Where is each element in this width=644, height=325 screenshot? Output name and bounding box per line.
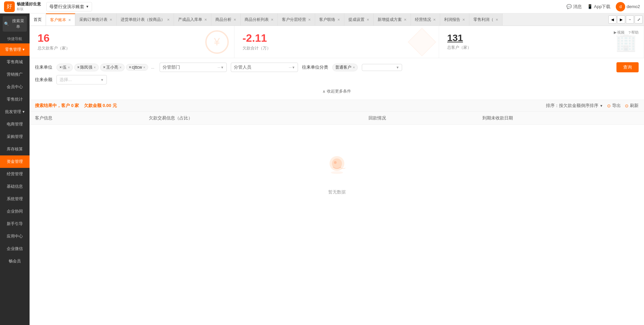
sidebar-item-wholesale[interactable]: 批发管理 ▾	[0, 106, 30, 118]
sidebar-item-marketing[interactable]: 营销推广	[0, 68, 30, 81]
tab-purchase-order[interactable]: 采购订单统计表 ✕	[75, 13, 117, 26]
app-download-button[interactable]: 📱 App下载	[587, 4, 610, 10]
sidebar-item-retail-mall[interactable]: 零售商城	[0, 56, 30, 68]
tab-home[interactable]: 首页	[30, 13, 46, 26]
stats-section: ¥ 16 总欠款客户（家） -2.11 欠款合计（万）	[30, 26, 644, 58]
tab-close-contact[interactable]: ✕	[337, 18, 340, 22]
tab-close-retail[interactable]: ✕	[496, 18, 498, 22]
tab-retail-profit[interactable]: 零售利润（ ✕	[469, 13, 503, 26]
export-button[interactable]: ⊙ 导出	[607, 103, 621, 109]
sidebar-quick-nav[interactable]: 快捷导航	[0, 34, 30, 43]
empty-state: 暂无数据	[30, 125, 644, 222]
remove-tag-normal[interactable]: ×	[353, 66, 355, 69]
filter-tag-wu[interactable]: × 伍 ×	[56, 64, 73, 71]
category-dropdown[interactable]: ▼	[362, 64, 402, 71]
chevron-up-icon: ∧	[323, 89, 326, 94]
chevron-down-icon: ▼	[86, 5, 89, 8]
filter-tag-cjttcw[interactable]: × cjttcw ×	[126, 64, 148, 71]
sidebar-item-retail-mgmt[interactable]: 零售管理 ▾	[0, 43, 30, 56]
video-help-button[interactable]: ▶ 视频	[614, 30, 625, 35]
industry-selector[interactable]: 母婴行业演示账套 ▼	[46, 2, 92, 11]
tab-close-raise[interactable]: ✕	[367, 18, 369, 22]
tab-close-goods[interactable]: ✕	[233, 18, 236, 22]
data-table-container: 客户信息 欠款交易信息（占比） 回款情况 到期未收款日期	[30, 112, 644, 125]
sidebar-item-system[interactable]: 系统管理	[0, 193, 30, 205]
balance-filter[interactable]: 选择... ▼	[56, 75, 107, 84]
top-bar: 好 畅捷通好生意 标版 母婴行业演示账套 ▼ 💬 消息 📱 App下载 d de…	[0, 0, 644, 13]
tab-customer-contact[interactable]: 客户联络 ✕	[315, 13, 344, 26]
sidebar-item-purchase[interactable]: 采购管理	[0, 131, 30, 143]
tab-close-operation[interactable]: ✕	[433, 18, 436, 22]
col-overdue-info: 欠款交易信息（占比）	[143, 112, 363, 125]
tab-goods-list[interactable]: 商品分析列表 ✕	[241, 13, 278, 26]
tab-close-goods-list[interactable]: ✕	[271, 18, 273, 22]
tab-close-new-raise[interactable]: ✕	[404, 18, 406, 22]
logo-subtitle: 标版	[17, 7, 41, 11]
unit-filter-label: 往来单位	[35, 64, 52, 70]
sidebar-item-enterprise-collab[interactable]: 企业协同	[0, 205, 30, 218]
remove-tag-wu[interactable]: ×	[68, 66, 70, 69]
sidebar-item-operation[interactable]: 经营管理	[0, 168, 30, 180]
unit-filter-tags: × 伍 × × 陈民强 × × 王小亮	[56, 64, 156, 71]
dept-filter[interactable]: 分管部门 ··· ▼	[160, 63, 227, 72]
person-more-icon: ···	[289, 65, 292, 69]
user-profile[interactable]: d demo2	[616, 2, 640, 11]
stat-number-customers: 16	[38, 33, 70, 43]
tab-raise-settings[interactable]: 提成设置 ✕	[344, 13, 374, 26]
tab-expand-button[interactable]: ⤢	[635, 15, 643, 24]
filter-section: 往来单位 × 伍 × × 陈民强 ×	[30, 58, 644, 100]
sidebar-item-inventory[interactable]: 库存核算	[0, 143, 30, 155]
tab-next-button[interactable]: ▶	[617, 15, 625, 24]
sidebar-item-retail-stats[interactable]: 零售统计	[0, 93, 30, 106]
empty-icon	[324, 152, 350, 184]
sidebar-item-enterprise-wechat[interactable]: 企业微信	[0, 243, 30, 255]
sidebar-item-ecommerce[interactable]: 电商管理	[0, 118, 30, 131]
sidebar-item-new-guide[interactable]: 新手引导	[0, 218, 30, 230]
message-icon: 💬	[566, 4, 572, 9]
tab-close-segment[interactable]: ✕	[308, 18, 311, 22]
person-filter[interactable]: 分管人员 ··· ▼	[231, 63, 298, 72]
sidebar-search-area: 🔍 搜索菜单	[0, 13, 30, 34]
sort-selector[interactable]: 排序：按欠款金额倒序排序 ▼	[546, 103, 603, 109]
filter-tags-more[interactable]: ...	[149, 64, 156, 70]
sidebar-item-finance[interactable]: 资金管理	[0, 155, 30, 168]
tab-operation[interactable]: 经营情况 ✕	[411, 13, 440, 26]
refresh-button[interactable]: ⊙ 刷新	[625, 103, 639, 109]
tab-minimize-button[interactable]: −	[626, 15, 634, 24]
tab-close-profit[interactable]: ✕	[462, 18, 465, 22]
remove-tag-cjttcw[interactable]: ×	[143, 66, 145, 69]
tab-profit[interactable]: 利润报告 ✕	[440, 13, 469, 26]
svg-point-2	[334, 161, 337, 164]
sidebar-item-app-center[interactable]: 应用中心	[0, 230, 30, 243]
filter-tag-wang[interactable]: × 王小亮 ×	[100, 64, 125, 71]
tab-close-purchase[interactable]: ✕	[110, 18, 112, 22]
stat-label-total: 总客户（家）	[447, 45, 471, 50]
remove-tag-wang[interactable]: ×	[120, 66, 122, 69]
collapse-button[interactable]: ∧ 收起更多条件	[323, 87, 351, 96]
filter-tag-chen[interactable]: × 陈民强 ×	[74, 64, 99, 71]
message-button[interactable]: 💬 消息	[566, 4, 582, 10]
sidebar-item-basic-info[interactable]: 基础信息	[0, 180, 30, 193]
tab-close-accounts[interactable]: ✕	[68, 18, 71, 22]
balance-filter-label: 往来余额	[35, 77, 52, 83]
tab-new-raise[interactable]: 新增提成方案 ✕	[374, 13, 411, 26]
tab-controls: ◀ ▶ − ⤢	[607, 15, 644, 24]
balance-chevron-icon: ▼	[100, 78, 104, 82]
filter-tag-normal-customer[interactable]: 普通客户 ×	[332, 64, 358, 71]
search-menu-button[interactable]: 🔍 搜索菜单	[3, 16, 27, 32]
help-button[interactable]: ? 帮助	[629, 30, 639, 35]
tab-prev-button[interactable]: ◀	[608, 15, 616, 24]
stat-values-total: 131 总客户（家）	[447, 33, 471, 50]
tab-accounts[interactable]: 客户账本 ✕	[46, 13, 75, 26]
remove-tag-chen[interactable]: ×	[94, 66, 96, 69]
tab-inbound-stats[interactable]: 进货单统计表（按商品） ✕	[117, 13, 174, 26]
tab-close-inbound[interactable]: ✕	[167, 18, 170, 22]
query-button[interactable]: 查询	[616, 62, 639, 72]
sidebar-item-member-center[interactable]: 会员中心	[0, 81, 30, 93]
tab-product-inbound[interactable]: 产成品入库单 ✕	[174, 13, 211, 26]
dept-more-icon: ···	[217, 65, 220, 69]
tab-goods-analysis[interactable]: 商品分析 ✕	[211, 13, 241, 26]
tab-customer-segment[interactable]: 客户分层经营 ✕	[278, 13, 315, 26]
sidebar-item-chang-member[interactable]: 畅会员	[0, 255, 30, 267]
tab-close-product[interactable]: ✕	[204, 18, 207, 22]
